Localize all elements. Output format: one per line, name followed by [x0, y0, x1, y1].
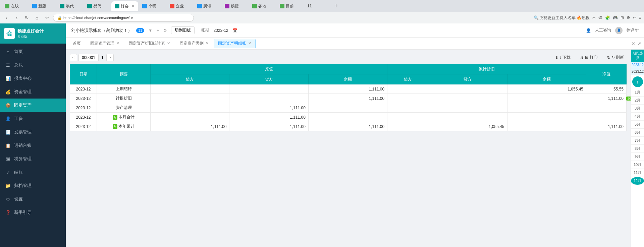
print-button[interactable]: 🖨 ⊟ 打印 [577, 54, 600, 61]
period-month-2[interactable]: 2月 [631, 97, 644, 105]
tab-close-5[interactable]: ✕ [131, 4, 135, 8]
bookmark-button[interactable]: ☆ [43, 14, 51, 22]
new-tab-button[interactable]: + [331, 1, 341, 11]
translate-tool[interactable]: 译 [598, 15, 602, 21]
help-label[interactable]: 人工咨询 [595, 27, 611, 33]
tab-home[interactable]: 首页 [68, 39, 85, 48]
calendar-icon[interactable]: 📅 [232, 28, 237, 33]
settings-tool[interactable]: ⚙ [627, 15, 630, 20]
grid-tool[interactable]: ⊞ [621, 15, 624, 20]
tab-assets-ledger[interactable]: 固定资产明细账 ✕ [214, 39, 256, 48]
switch-version-button[interactable]: 切到旧版 [171, 26, 195, 34]
period-month-6[interactable]: 6月 [631, 129, 644, 137]
browser-tab-12[interactable]: 11 [304, 1, 331, 11]
tab-dep-close[interactable]: ✕ [167, 41, 170, 46]
browser-tab-6[interactable]: 个税 [139, 1, 166, 11]
period-month-7[interactable]: 7月 [631, 137, 644, 145]
sidebar-item-close[interactable]: ✓ 结账 [0, 166, 66, 179]
print-icon: 🖨 [580, 55, 584, 60]
sidebar-item-fixed-assets[interactable]: 📦 固定资产 [0, 99, 66, 112]
period-month-12[interactable]: 12月 [631, 177, 644, 185]
period-month-9[interactable]: 9月 [631, 153, 644, 161]
address-input[interactable]: 🔒 https://cloud.chanjet.com/accounting/u… [53, 14, 194, 22]
row4-dep-debit [387, 113, 428, 122]
browser-tab-4[interactable]: 易代 [84, 1, 111, 11]
sidebar-item-tax[interactable]: 🏛 税务管理 [0, 152, 66, 166]
tab-mgmt-close[interactable]: ✕ [116, 41, 119, 46]
browser-tab-3[interactable]: 易代 [56, 1, 83, 11]
period-selector-header[interactable]: 期间选择 [631, 50, 644, 62]
period-month-5[interactable]: 5月 [631, 121, 644, 129]
period-month-10[interactable]: 10月 [631, 161, 644, 169]
page-number-input[interactable] [78, 54, 99, 61]
sidebar-item-archive[interactable]: 📁 归档管理 [0, 179, 66, 192]
extension-tool[interactable]: 🧩 [605, 15, 610, 20]
row5-net-value: 1,111.00 [586, 122, 627, 131]
col-original-value: 原值 [151, 64, 387, 74]
browser-tab-9[interactable]: 畅捷 [221, 1, 248, 11]
download-button[interactable]: ⬇ ↓ 下载 [552, 54, 573, 61]
browser-tab-1[interactable]: 在线 [1, 1, 28, 11]
close-all-icon[interactable]: ✕ [631, 41, 635, 46]
home-button[interactable]: ⌂ [33, 14, 41, 22]
dropdown-arrow[interactable]: ▼ [148, 28, 152, 33]
tab-assets-category[interactable]: 固定资产类别 ✕ [175, 39, 213, 48]
tab-favicon-8 [197, 4, 202, 8]
next-page-button[interactable]: ＞ [106, 54, 114, 61]
maximize-icon[interactable]: ⤢ [637, 41, 641, 46]
browser-tab-7[interactable]: 企业 [166, 1, 193, 11]
period-year-2023[interactable]: 2023.12 [631, 68, 644, 75]
ledger-icon: ☰ [5, 62, 11, 68]
year-icon: 年 [113, 124, 117, 129]
sidebar-item-guide[interactable]: ❓ 新手引导 [0, 206, 66, 219]
tab-mgmt-label: 固定资产管理 [90, 41, 114, 46]
sidebar-item-funds[interactable]: 💰 资金管理 [0, 85, 66, 99]
menu-tool[interactable]: ≡ [639, 15, 641, 20]
sidebar-item-reports[interactable]: 📊 报表中心 [0, 72, 66, 85]
sidebar-item-home[interactable]: ⌂ 首页 [0, 45, 66, 58]
row4-summary: 月本月合计 [97, 113, 151, 122]
period-month-11[interactable]: 11月 [631, 169, 644, 177]
scissors-tool[interactable]: ✂ [592, 15, 596, 20]
forward-button[interactable]: › [13, 14, 21, 22]
sidebar-label-reports: 报表中心 [14, 75, 32, 81]
row2-orig-debit [151, 94, 229, 103]
sidebar-item-payroll[interactable]: 👤 工资 [0, 112, 66, 125]
tab-label-12: 11 [307, 4, 312, 8]
sidebar-label-invoice: 发票管理 [14, 129, 32, 135]
prev-page-button[interactable]: ＜ [70, 54, 77, 61]
topbar-right: 👤 人工咨询 👤 徐译华 [586, 27, 639, 34]
sidebar-item-invoice[interactable]: 🧾 发票管理 [0, 125, 66, 139]
back-button[interactable]: ‹ [3, 14, 11, 22]
row3-orig-debit [151, 103, 229, 113]
sidebar-label-settings: 设置 [14, 196, 23, 202]
refresh-button[interactable]: ↻ ↻ 刷新 [604, 54, 627, 61]
sidebar-item-general-ledger[interactable]: ☰ 总账 [0, 58, 66, 72]
browser-tab-10[interactable]: 各地 [249, 1, 276, 11]
reload-button[interactable]: ↻ [23, 14, 31, 22]
tab-depreciation-table[interactable]: 固定资产折旧统计表 ✕ [124, 39, 174, 48]
browser-tab-8[interactable]: 腾讯 [194, 1, 221, 11]
sidebar-item-settings[interactable]: ⚙ 设置 [0, 192, 66, 206]
add-company-button[interactable]: + [156, 27, 159, 34]
tab-label-9: 畅捷 [231, 3, 239, 9]
undo-tool[interactable]: ↩ [633, 15, 636, 20]
period-month-4[interactable]: 4月 [631, 113, 644, 121]
user-name: 徐译华 [627, 27, 639, 33]
game-tool[interactable]: 🎮 [613, 15, 618, 20]
period-month-8[interactable]: 8月 [631, 145, 644, 153]
browser-tab-11[interactable]: 目前 [276, 1, 303, 11]
scroll-top-button[interactable]: ↑ [632, 76, 643, 87]
period-month-1[interactable]: 1月 [631, 88, 644, 97]
tab-cat-close[interactable]: ✕ [206, 41, 209, 46]
tab-ledger-close[interactable]: ✕ [248, 41, 251, 46]
sidebar-item-purchase-sales[interactable]: 📋 进销台账 [0, 139, 66, 152]
search-toolbar[interactable]: 🔍 央视更新主持人名单 🔥热搜 [534, 15, 590, 21]
period-month-3[interactable]: 3月 [631, 105, 644, 113]
browser-tab-5-active[interactable]: 好会 ✕ [111, 1, 138, 11]
row5-orig-debit: 1,111.00 [151, 122, 229, 131]
settings-company-button[interactable]: ⚙ [163, 28, 167, 33]
tab-fixed-assets-mgmt[interactable]: 固定资产管理 ✕ [86, 39, 124, 48]
period-year-selected[interactable]: 2023.12 [631, 62, 644, 68]
browser-tab-2[interactable]: 新版 [29, 1, 56, 11]
